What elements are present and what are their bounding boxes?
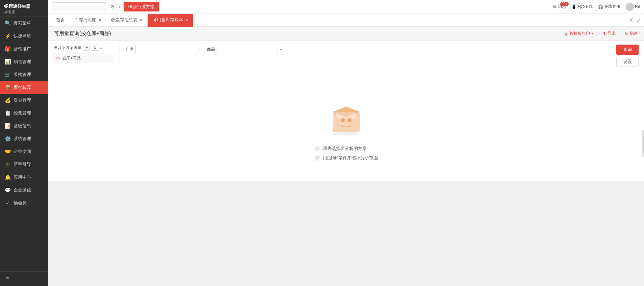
tab-available-qty[interactable]: 可用量库存账本 ✕ (148, 14, 193, 27)
tab-close-icon[interactable]: ✕ (139, 18, 143, 22)
sidebar-item-purchase[interactable]: 🛒 采购管理 (0, 68, 48, 81)
hint-num-2: 2 (314, 155, 320, 161)
cart-icon: 🛒 (5, 72, 11, 78)
maximize-window-btn[interactable]: ⤢ (636, 17, 641, 23)
scheme-icon: ⊙ (56, 56, 60, 61)
topbar-search-input[interactable] (52, 2, 106, 11)
content-area: 可用量查询(按仓库+商品) 🖨 按模板打印 ▾ | ⬆ 导出 | ↻ (48, 27, 644, 286)
app-edition: 标准版 (4, 9, 44, 15)
settings-btn[interactable]: 设置 (616, 57, 639, 67)
export-btn[interactable]: ⬆ 导出 (602, 31, 616, 36)
goods-more-btn[interactable]: ··· (280, 47, 283, 52)
sidebar-item-marketing[interactable]: 🎁 营销推广 (0, 43, 48, 55)
gift-icon: 🎁 (5, 46, 11, 52)
svg-rect-2 (336, 112, 356, 119)
sidebar-item-label: 新手引导 (14, 161, 31, 167)
query-scheme-section: 按以下方案查询 + ⚙ « ⊙ 仓库+商品 (53, 45, 114, 63)
window-controls: ✕ ⤢ (629, 17, 641, 23)
page-header: 可用量查询(按仓库+商品) 🖨 按模板打印 ▾ | ⬆ 导出 | ↻ (48, 27, 644, 41)
svg-point-3 (341, 118, 345, 122)
sidebar-item-sales[interactable]: 📊 销售管理 (0, 55, 48, 68)
sidebar-item-appcenter[interactable]: 🔔 应用中心 (0, 171, 48, 184)
refresh-btn[interactable]: ↻ 刷新 (625, 31, 638, 36)
sidebar-item-finance[interactable]: 💰 资金管理 (0, 94, 48, 107)
tab-close-icon[interactable]: ✕ (98, 18, 102, 22)
dropdown-arrow[interactable]: ▾ (119, 4, 121, 9)
tab-label: 库存批次账 (74, 17, 96, 23)
sidebar-item-member[interactable]: ✓ 畅会员 (0, 197, 48, 209)
field-label-warehouse: 仓库 (125, 47, 133, 52)
sidebar-item-operations[interactable]: 📋 经营管理 (0, 107, 48, 120)
refresh-icon: ↻ (625, 31, 628, 36)
sidebar-item-label: 基础信息 (14, 123, 31, 129)
empty-illustration (326, 98, 366, 139)
sidebar-footer-item[interactable]: ☰ (3, 275, 45, 283)
sidebar-item-basic-info[interactable]: 📝 基础信息 (0, 120, 48, 132)
empty-state: 1 请先选择要分析的方案 2 用[过滤]条件来缩小分析范围 (48, 71, 644, 181)
tab-close-icon[interactable]: ✕ (185, 18, 188, 22)
query-btn[interactable]: 查询 (616, 45, 639, 55)
print-icon: 🖨 (564, 31, 568, 36)
warehouse-input[interactable] (135, 45, 196, 54)
sidebar-item-label: 搜索菜单 (14, 20, 31, 26)
messages-btn[interactable]: ✉ 消息 99+ (553, 4, 566, 9)
phone-icon: 📱 (571, 4, 576, 9)
edit-scheme-btn[interactable]: ⚙ (92, 45, 98, 51)
topbar: ⚙ ▾ 体验行业方案 ✉ 消息 99+ 📱 App下载 🎧 在线客服 Rit (48, 0, 644, 14)
query-divider (120, 45, 120, 67)
empty-svg (326, 98, 366, 135)
sidebar-item-inventory[interactable]: 📦 库存核算 (0, 81, 48, 94)
settings-icon[interactable]: ⚙ (109, 2, 116, 11)
warehouse-more-btn[interactable]: ··· (198, 47, 202, 52)
query-actions: 查询 设置 (616, 45, 639, 67)
sidebar-item-label: 营销推广 (14, 46, 31, 52)
query-panel: 按以下方案查询 + ⚙ « ⊙ 仓库+商品 (48, 41, 644, 71)
query-scheme-item-warehouse[interactable]: ⊙ 仓库+商品 (53, 53, 114, 63)
content-inner: 可用量查询(按仓库+商品) 🖨 按模板打印 ▾ | ⬆ 导出 | ↻ (48, 27, 644, 181)
sidebar-item-label: 系统管理 (14, 136, 31, 142)
add-scheme-btn[interactable]: + (84, 45, 90, 51)
app-download-btn[interactable]: 📱 App下载 (571, 4, 593, 9)
sidebar-item-system[interactable]: ⚙️ 系统管理 (0, 132, 48, 145)
clipboard-icon: 📋 (5, 110, 11, 116)
sidebar-item-label: 畅会员 (14, 200, 27, 206)
sidebar-item-enterprise[interactable]: 🤝 企业协同 (0, 145, 48, 158)
tab-label: 可用量库存账本 (152, 17, 183, 23)
tab-bar: 首页 库存批次账 ✕ 收发存汇总表 ✕ 可用量库存账本 ✕ ✕ ⤢ (48, 14, 644, 27)
online-service-btn[interactable]: 🎧 在线客服 (598, 4, 620, 9)
sidebar-item-onboarding[interactable]: 🎓 新手引导 (0, 158, 48, 171)
sidebar-item-quicknav[interactable]: ⚡ 快捷导航 (0, 30, 48, 43)
sidebar-item-label: 采购管理 (14, 72, 31, 78)
query-fields: 仓库 ··· 商品 ··· (125, 45, 612, 54)
money-icon: 💰 (5, 97, 11, 103)
tab-label: 收发存汇总表 (111, 17, 137, 23)
query-field-goods: 商品 ··· (207, 45, 283, 54)
graduate-icon: 🎓 (5, 161, 11, 167)
svg-point-5 (333, 132, 360, 135)
message-icon: ✉ (553, 4, 557, 9)
page-header-actions: 🖨 按模板打印 ▾ | ⬆ 导出 | ↻ 刷新 (564, 31, 638, 36)
empty-hint-1: 1 请先选择要分析的方案 (314, 146, 378, 152)
sidebar-item-label: 库存核算 (14, 84, 31, 90)
user-avatar-area[interactable]: Rit (626, 3, 640, 11)
close-window-btn[interactable]: ✕ (629, 17, 634, 23)
chart-icon: 📊 (5, 59, 11, 65)
topbar-right: ✉ 消息 99+ 📱 App下载 🎧 在线客服 Rit (553, 3, 640, 11)
trial-btn[interactable]: 体验行业方案 (124, 2, 159, 11)
collapse-btn[interactable]: « (100, 45, 102, 50)
sidebar-nav: 🔍 搜索菜单 ⚡ 快捷导航 🎁 营销推广 📊 销售管理 🛒 采购管理 📦 库存核… (0, 17, 48, 271)
headset-icon: 🎧 (598, 4, 603, 9)
tab-inout-summary[interactable]: 收发存汇总表 ✕ (106, 14, 148, 27)
tab-batch-ledger[interactable]: 库存批次账 ✕ (70, 14, 106, 27)
sidebar-item-wechat[interactable]: 💬 企业微信 (0, 184, 48, 197)
sidebar-item-label: 销售管理 (14, 59, 31, 65)
handshake-icon: 🤝 (5, 149, 11, 155)
divider: | (597, 31, 598, 36)
goods-input[interactable] (217, 45, 278, 54)
gear-icon: ⚙️ (5, 136, 11, 142)
tab-home[interactable]: 首页 (51, 14, 70, 27)
scroll-track (642, 130, 644, 157)
print-btn[interactable]: 🖨 按模板打印 ▾ (564, 31, 593, 36)
divider: | (620, 31, 621, 36)
sidebar-item-search[interactable]: 🔍 搜索菜单 (0, 17, 48, 30)
